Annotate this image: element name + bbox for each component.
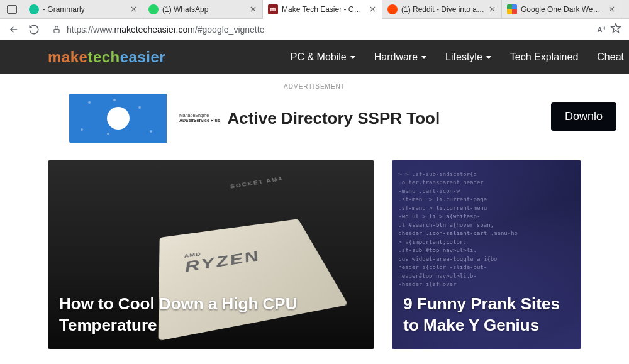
tab-maketecheasier[interactable]: m Make Tech Easier - Compute	[263, 0, 382, 19]
nav-hardware[interactable]: Hardware	[374, 52, 426, 63]
ad-label: ADVERTISEMENT	[0, 83, 629, 90]
tab-title: Make Tech Easier - Compute	[282, 5, 365, 14]
nav-lifestyle[interactable]: Lifestyle	[445, 52, 491, 63]
toolbar-actions: A))	[597, 23, 624, 36]
tab-title: (1) WhatsApp	[162, 5, 246, 14]
toolbar: https://www.maketecheasier.com/#google_v…	[0, 19, 629, 40]
site-nav: PC & Mobile Hardware Lifestyle Tech Expl…	[291, 40, 629, 74]
svg-rect-0	[54, 29, 59, 33]
lock-icon	[52, 25, 62, 35]
collections-button[interactable]	[0, 5, 24, 14]
article-card-cpu[interactable]: SOCKET AM4 AMD RYZEN How to Cool Down a …	[48, 160, 374, 349]
favicon-grammarly	[29, 4, 39, 14]
tab-grammarly[interactable]: - Grammarly	[24, 0, 143, 19]
article-title: 9 Funny Prank Sites to Make Y Genius	[403, 294, 570, 336]
close-icon[interactable]	[368, 5, 377, 14]
tab-whatsapp[interactable]: (1) WhatsApp	[143, 0, 263, 19]
favorite-icon[interactable]	[610, 23, 621, 36]
chevron-down-icon	[350, 56, 355, 59]
nav-pc-mobile[interactable]: PC & Mobile	[291, 52, 355, 63]
favicon-whatsapp	[148, 4, 159, 14]
key-icon	[107, 107, 130, 130]
ad-banner[interactable]: ManageEngine ADSelfService Plus Active D…	[69, 94, 560, 143]
chevron-down-icon	[486, 56, 491, 59]
close-icon[interactable]	[487, 5, 496, 14]
site-logo[interactable]: maketecheasier	[48, 48, 165, 66]
tab-googleone[interactable]: Google One Dark Web repo	[502, 0, 621, 19]
refresh-button[interactable]	[25, 21, 43, 38]
tab-reddit[interactable]: (1) Reddit - Dive into anythi	[382, 0, 502, 19]
ad-brand: ManageEngine ADSelfService Plus	[179, 113, 220, 123]
favicon-google	[507, 4, 517, 14]
tab-title: - Grammarly	[43, 5, 126, 14]
read-aloud-icon[interactable]: A))	[597, 25, 605, 33]
page-content: ADVERTISEMENT ManageEngine ADSelfService…	[0, 83, 629, 349]
article-title: How to Cool Down a High CPU Temperature	[59, 294, 363, 336]
browser-chrome: - Grammarly (1) WhatsApp m Make Tech Eas…	[0, 0, 629, 40]
close-icon[interactable]	[248, 5, 257, 14]
tab-bar: - Grammarly (1) WhatsApp m Make Tech Eas…	[0, 0, 629, 19]
back-button[interactable]	[5, 21, 23, 38]
favicon-reddit	[387, 4, 398, 14]
nav-tech-explained[interactable]: Tech Explained	[510, 52, 579, 63]
favicon-mte: m	[268, 4, 278, 14]
tab-title: Google One Dark Web repo	[521, 5, 604, 14]
tab-title: (1) Reddit - Dive into anythi	[401, 5, 485, 14]
ad-headline: Active Directory SSPR Tool	[228, 109, 440, 128]
nav-cheatsheets[interactable]: Cheat	[597, 52, 624, 63]
ad-graphic	[69, 94, 167, 143]
article-card-prank[interactable]: > > .sf-sub-indicator{d.outer.transparen…	[392, 160, 581, 349]
site-header: maketecheasier PC & Mobile Hardware Life…	[0, 40, 629, 74]
close-icon[interactable]	[607, 5, 616, 14]
ad-download-button[interactable]: Downlo	[551, 102, 616, 131]
chevron-down-icon	[421, 56, 426, 59]
close-icon[interactable]	[129, 5, 138, 14]
address-bar[interactable]: https://www.maketecheasier.com/#google_v…	[52, 21, 588, 38]
article-row: SOCKET AM4 AMD RYZEN How to Cool Down a …	[0, 160, 629, 349]
url-text: https://www.maketecheasier.com/#google_v…	[67, 25, 264, 35]
